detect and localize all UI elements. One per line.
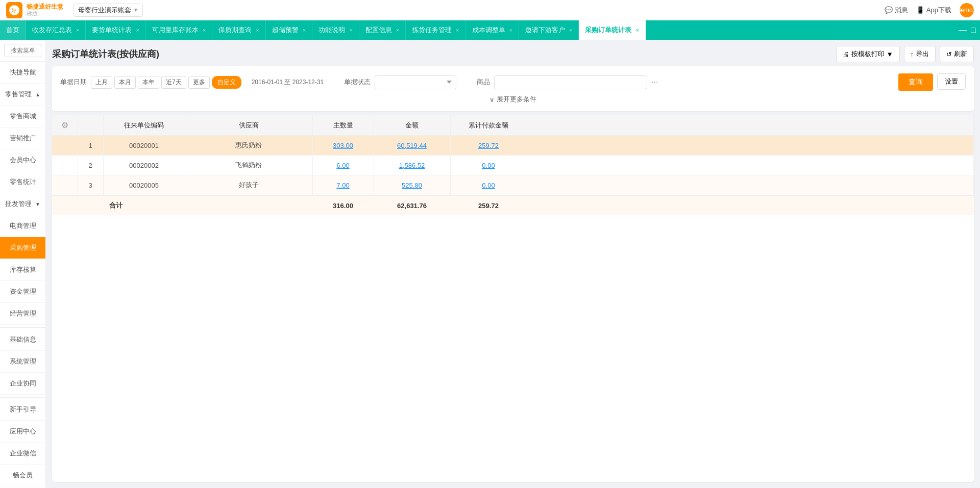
date-btn-last-7days[interactable]: 近7天 — [161, 76, 186, 89]
avatar[interactable]: demo2 — [960, 3, 974, 17]
messages-label: 消息 — [895, 6, 908, 15]
row-paid[interactable]: 0.00 — [450, 175, 527, 196]
tab-label: 要货单统计表 — [92, 25, 132, 35]
svg-text:好: 好 — [11, 8, 16, 13]
date-btn-custom[interactable]: 自定义 — [212, 76, 241, 89]
date-btn-last-month[interactable]: 上月 — [91, 76, 112, 89]
totals-supplier — [185, 195, 312, 215]
sidebar-item-member-center[interactable]: 会员中心 — [0, 149, 45, 171]
tab-function-desc[interactable]: 功能说明 × — [312, 20, 359, 40]
retail-stats-label: 零售统计 — [10, 177, 36, 187]
app-download-button[interactable]: 📱 App下载 — [916, 6, 951, 15]
top-bar: 好 畅捷通好生意 标版 母婴行业演示账套 ▼ 💬 消息 📱 App下载 demo… — [0, 0, 980, 20]
export-button[interactable]: ↑ 导出 — [904, 46, 936, 62]
sidebar-item-basic-info[interactable]: 基础信息 — [0, 327, 45, 351]
sidebar-item-finance-mgmt[interactable]: 资金管理 — [0, 281, 45, 303]
tab-label: 邀请下游客户 — [525, 25, 565, 35]
row-qty[interactable]: 7.00 — [312, 175, 374, 196]
tab-config-info[interactable]: 配置信息 × — [359, 20, 406, 40]
refresh-button[interactable]: ↺ 刷新 — [940, 46, 974, 62]
table-header: ⚙ 往来单位编码 供应商 主数量 金额 累计付款金额 — [52, 115, 974, 136]
sidebar-item-retail-store[interactable]: 零售商城 — [0, 106, 45, 127]
status-select[interactable] — [375, 75, 456, 89]
table-row[interactable]: 2 00020002 飞鹤奶粉 6.00 1,586.52 0.00 — [52, 156, 974, 175]
sidebar-item-retail-mgmt[interactable]: 零售管理 ▲ — [0, 84, 45, 106]
nav-collapse-button[interactable]: — — [959, 25, 967, 35]
sidebar-item-enterprise-collab[interactable]: 企业协同 — [0, 373, 45, 395]
settings-gear-icon[interactable]: ⚙ — [61, 121, 68, 130]
row-paid[interactable]: 0.00 — [450, 156, 527, 175]
row-amount[interactable]: 1,586.52 — [374, 156, 450, 175]
close-icon[interactable]: × — [136, 27, 139, 33]
close-icon[interactable]: × — [203, 27, 206, 33]
sidebar-item-inventory-check[interactable]: 库存核算 — [0, 259, 45, 281]
sidebar-item-ecommerce-mgmt[interactable]: 电商管理 — [0, 215, 45, 237]
settings-button[interactable]: 设置 — [937, 73, 966, 90]
row-paid[interactable]: 259.72 — [450, 136, 527, 156]
sidebar-item-wholesale-mgmt[interactable]: 批发管理 ▼ — [0, 193, 45, 215]
sidebar-item-quick-nav[interactable]: 快捷导航 — [0, 62, 45, 84]
goods-search-more-icon[interactable]: ··· — [651, 78, 658, 87]
date-btn-this-year[interactable]: 本年 — [138, 76, 159, 89]
sidebar-item-app-center[interactable]: 应用中心 — [0, 421, 45, 443]
table-scroll[interactable]: ⚙ 往来单位编码 供应商 主数量 金额 累计付款金额 — [52, 115, 974, 482]
tab-purchase-summary[interactable]: 要货单统计表 × — [86, 20, 145, 40]
table-row[interactable]: 1 00020001 惠氏奶粉 303.00 60,519.44 259.72 — [52, 136, 974, 156]
close-icon[interactable]: × — [396, 27, 399, 33]
tab-cost-adjust[interactable]: 成本调整单 × — [466, 20, 519, 40]
close-icon[interactable]: × — [509, 27, 512, 33]
export-label: 导出 — [916, 49, 929, 59]
date-btn-more[interactable]: 更多 — [188, 76, 210, 89]
message-icon: 💬 — [885, 6, 893, 14]
close-icon[interactable]: × — [303, 27, 306, 33]
close-icon[interactable]: × — [635, 27, 639, 33]
tab-invite-downstream[interactable]: 邀请下游客户 × — [519, 20, 579, 40]
tab-receive-summary[interactable]: 收发存汇总表 × — [26, 20, 86, 40]
tab-purchase-order-stats[interactable]: 采购订单统计表 × — [579, 20, 645, 40]
sidebar-item-marketing[interactable]: 营销推广 — [0, 127, 45, 149]
row-extra — [527, 156, 974, 175]
close-icon[interactable]: × — [569, 27, 572, 33]
tab-picking-task[interactable]: 拣货任务管理 × — [406, 20, 465, 40]
col-extra-header — [527, 115, 974, 136]
table-row[interactable]: 3 00020005 好孩子 7.00 525.80 0.00 — [52, 175, 974, 196]
template-print-button[interactable]: 🖨 按模板打印 ▼ — [836, 46, 900, 62]
sidebar-item-operations-mgmt[interactable]: 经营管理 — [0, 303, 45, 325]
row-settings — [52, 136, 78, 156]
tab-overstock-warning[interactable]: 超储预警 × — [266, 20, 312, 40]
goods-search-input[interactable] — [494, 75, 647, 89]
app-center-label: 应用中心 — [10, 427, 36, 436]
sidebar-search-input[interactable] — [4, 44, 41, 57]
tab-home[interactable]: 首页 — [0, 20, 26, 40]
retail-store-label: 零售商城 — [10, 112, 36, 121]
app-download-icon: 📱 — [916, 6, 924, 14]
nav-maximize-button[interactable]: □ — [971, 25, 976, 35]
sidebar-item-vip-member[interactable]: 畅会员 — [0, 465, 45, 486]
totals-paid: 259.72 — [450, 195, 527, 215]
date-btn-this-month[interactable]: 本月 — [114, 76, 136, 89]
sidebar-item-new-guide[interactable]: 新手引导 — [0, 397, 45, 421]
tab-warranty-query[interactable]: 保质期查询 × — [212, 20, 265, 40]
filter-row-main: 单据日期 上月 本月 本年 近7天 更多 自定义 2016-01-01 至 20… — [60, 73, 966, 91]
sidebar-item-enterprise-wechat[interactable]: 企业微信 — [0, 443, 45, 465]
row-qty[interactable]: 303.00 — [312, 136, 374, 156]
sidebar-item-retail-stats[interactable]: 零售统计 — [0, 171, 45, 193]
sidebar-search-container — [0, 40, 45, 62]
query-button[interactable]: 查询 — [898, 73, 933, 91]
expand-more-button[interactable]: ∨ 展开更多条件 — [489, 95, 536, 104]
data-table: ⚙ 往来单位编码 供应商 主数量 金额 累计付款金额 — [52, 115, 974, 215]
tab-available-inventory[interactable]: 可用量库存账本 × — [146, 20, 212, 40]
workspace-selector[interactable]: 母婴行业演示账套 ▼ — [74, 4, 143, 17]
close-icon[interactable]: × — [456, 27, 459, 33]
close-icon[interactable]: × — [256, 27, 259, 33]
row-amount[interactable]: 525.80 — [374, 175, 450, 196]
sidebar-item-system-mgmt[interactable]: 系统管理 — [0, 351, 45, 373]
totals-settings — [52, 195, 78, 215]
close-icon[interactable]: × — [349, 27, 352, 33]
close-icon[interactable]: × — [76, 27, 79, 33]
messages-button[interactable]: 💬 消息 — [885, 6, 908, 15]
row-amount[interactable]: 60,519.44 — [374, 136, 450, 156]
tab-label: 拣货任务管理 — [412, 25, 452, 35]
sidebar-item-purchase-mgmt[interactable]: 采购管理 — [0, 237, 45, 259]
row-qty[interactable]: 6.00 — [312, 156, 374, 175]
